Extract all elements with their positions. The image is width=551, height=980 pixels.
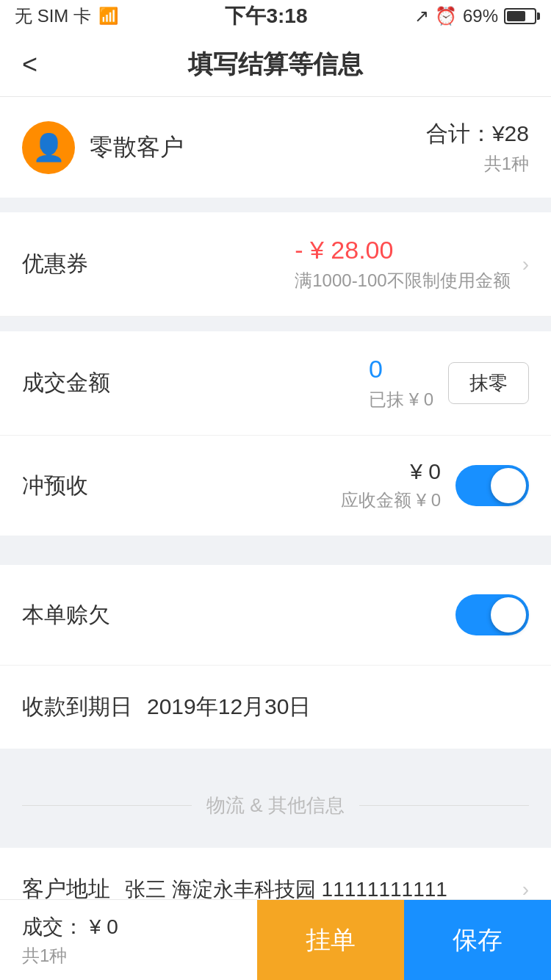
customer-left: 👤 零散客户: [22, 121, 184, 174]
status-bar: 无 SIM 卡 📶 下午3:18 ↗ ⏰ 69%: [0, 0, 551, 32]
transaction-value[interactable]: 0: [369, 355, 433, 383]
bottom-deal-label: 成交：: [22, 915, 84, 938]
precollect-toggle[interactable]: [455, 465, 529, 506]
round-button[interactable]: 抹零: [448, 362, 529, 404]
coupon-label: 优惠券: [22, 249, 88, 279]
battery-percent: 69%: [463, 6, 498, 26]
divider-2: [0, 550, 551, 565]
coupon-amount: - ¥ 28.00: [295, 236, 510, 264]
logistics-line-right: [359, 805, 529, 806]
logistics-text: 物流 & 其他信息: [192, 793, 359, 818]
content-area: 👤 零散客户 合计：¥28 共1种 优惠券 - ¥ 28.00 满1000-10…: [0, 97, 551, 980]
transaction-section: 成交金额 0 已抹 ¥ 0 抹零 冲预收 ¥ 0 应收金额 ¥ 0: [0, 331, 551, 536]
status-time: 下午3:18: [225, 2, 307, 30]
debt-toggle-knob: [491, 597, 526, 633]
status-left: 无 SIM 卡 📶: [15, 4, 118, 28]
debt-label: 本单赊欠: [22, 600, 110, 630]
bottom-left: 成交： ¥ 0 共1种: [0, 913, 257, 968]
precollect-label: 冲预收: [22, 471, 88, 501]
customer-name: 零散客户: [90, 131, 184, 164]
back-button[interactable]: <: [22, 49, 37, 80]
page-title: 填写结算等信息: [188, 48, 363, 82]
bottom-count: 共1种: [22, 944, 235, 968]
precollect-main-amount: ¥ 0: [341, 459, 441, 484]
battery-icon: [504, 8, 536, 24]
save-button[interactable]: 保存: [404, 900, 551, 981]
precollect-row: 冲预收 ¥ 0 应收金额 ¥ 0: [0, 436, 551, 536]
duedate-label: 收款到期日: [22, 692, 132, 722]
logistics-line-left: [22, 805, 192, 806]
transaction-label: 成交金额: [22, 368, 110, 398]
coupon-row[interactable]: 优惠券 - ¥ 28.00 满1000-100不限制使用金额 ›: [0, 212, 551, 317]
bottom-bar: 成交： ¥ 0 共1种 挂单 保存: [0, 899, 551, 980]
avatar: 👤: [22, 121, 75, 174]
debt-toggle[interactable]: [455, 594, 529, 635]
sim-text: 无 SIM 卡: [15, 4, 91, 28]
toggle-knob: [491, 468, 526, 503]
divider-1: [0, 317, 551, 331]
transaction-row: 成交金额 0 已抹 ¥ 0 抹零: [0, 331, 551, 436]
transaction-sub: 已抹 ¥ 0: [369, 388, 433, 411]
chevron-right-icon: ›: [522, 253, 529, 276]
precollect-sub-amount: 应收金额 ¥ 0: [341, 489, 441, 512]
total-count: 共1种: [426, 152, 529, 176]
duedate-value: 2019年12月30日: [147, 692, 311, 722]
hold-button[interactable]: 挂单: [257, 900, 404, 981]
debt-section: 本单赊欠 收款到期日 2019年12月30日: [0, 565, 551, 749]
debt-row: 本单赊欠: [0, 565, 551, 665]
coupon-desc: 满1000-100不限制使用金额: [295, 269, 510, 292]
duedate-row[interactable]: 收款到期日 2019年12月30日: [0, 665, 551, 749]
divider-4: [0, 833, 551, 848]
transaction-right: 0 已抹 ¥ 0 抹零: [369, 355, 529, 411]
divider-3: [0, 763, 551, 778]
customer-right: 合计：¥28 共1种: [426, 119, 529, 176]
wifi-icon: 📶: [98, 7, 118, 26]
logistics-section: 物流 & 其他信息: [0, 778, 551, 833]
bottom-deal-amount: ¥ 0: [90, 915, 118, 938]
status-right: ↗ ⏰ 69%: [414, 6, 536, 26]
battery-fill: [507, 11, 525, 21]
precollect-right: ¥ 0 应收金额 ¥ 0: [341, 459, 529, 512]
precollect-amounts: ¥ 0 应收金额 ¥ 0: [341, 459, 441, 512]
address-chevron-icon: ›: [522, 878, 529, 901]
avatar-icon: 👤: [32, 132, 65, 163]
bottom-deal: 成交： ¥ 0: [22, 913, 235, 941]
nav-bar: < 填写结算等信息: [0, 32, 551, 97]
total-amount: 合计：¥28: [426, 119, 529, 149]
location-icon: ↗: [414, 6, 429, 26]
alarm-icon: ⏰: [435, 6, 457, 26]
coupon-right: - ¥ 28.00 满1000-100不限制使用金额 ›: [295, 236, 529, 292]
customer-row: 👤 零散客户 合计：¥28 共1种: [0, 97, 551, 198]
